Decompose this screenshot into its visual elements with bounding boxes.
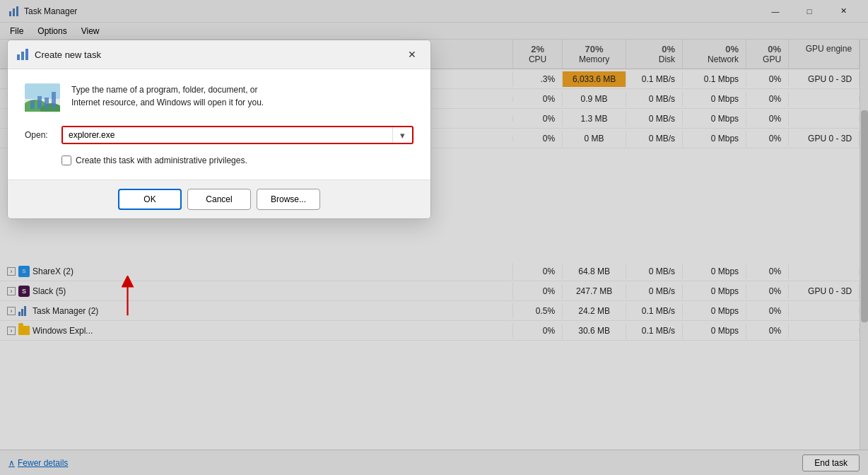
dialog-footer: OK Cancel Browse... bbox=[8, 180, 430, 218]
dialog-body: Type the name of a program, folder, docu… bbox=[8, 69, 430, 180]
dialog-title-text: Create new task bbox=[35, 49, 397, 60]
svg-rect-11 bbox=[37, 96, 42, 109]
cancel-button[interactable]: Cancel bbox=[187, 189, 251, 210]
browse-button[interactable]: Browse... bbox=[257, 189, 320, 210]
admin-checkbox[interactable] bbox=[61, 156, 71, 165]
svg-rect-10 bbox=[30, 100, 35, 109]
checkbox-row: Create this task with administrative pri… bbox=[61, 156, 414, 165]
description-row: Type the name of a program, folder, docu… bbox=[25, 83, 414, 112]
modal-overlay: Create new task ✕ bbox=[0, 0, 868, 475]
admin-checkbox-label[interactable]: Create this task with administrative pri… bbox=[76, 156, 247, 165]
open-label: Open: bbox=[25, 130, 53, 140]
description-icon bbox=[25, 83, 60, 112]
svg-rect-13 bbox=[52, 92, 56, 109]
create-task-dialog: Create new task ✕ bbox=[7, 40, 431, 219]
dropdown-button[interactable]: ▾ bbox=[392, 127, 412, 143]
svg-rect-5 bbox=[25, 49, 28, 60]
description-text: Type the name of a program, folder, docu… bbox=[71, 83, 264, 109]
dialog-title-icon bbox=[16, 48, 29, 61]
svg-rect-4 bbox=[21, 52, 24, 60]
dialog-close-button[interactable]: ✕ bbox=[402, 46, 422, 63]
svg-rect-3 bbox=[17, 54, 20, 60]
svg-rect-12 bbox=[45, 98, 49, 109]
open-input[interactable] bbox=[63, 127, 392, 143]
open-row: Open: ▾ bbox=[25, 126, 414, 144]
open-input-wrapper: ▾ bbox=[61, 126, 414, 144]
chevron-down-icon: ▾ bbox=[400, 130, 405, 141]
ok-button[interactable]: OK bbox=[118, 189, 182, 210]
dialog-titlebar: Create new task ✕ bbox=[8, 40, 430, 69]
